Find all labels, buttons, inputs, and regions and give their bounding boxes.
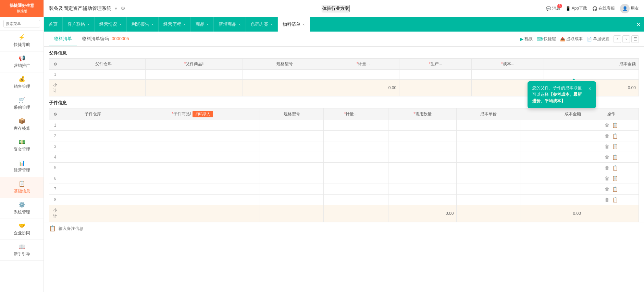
child-row-unit-cost[interactable] xyxy=(457,163,520,173)
child-row-cost-amount[interactable] xyxy=(520,141,584,152)
child-row-unit-cost[interactable] xyxy=(457,152,520,163)
child-row-qty[interactable] xyxy=(388,184,457,195)
tab-close-icon[interactable]: × xyxy=(119,22,121,26)
child-row-warehouse[interactable] xyxy=(61,141,125,152)
tab-close-icon[interactable]: × xyxy=(302,22,305,26)
sidebar-item-enterprise[interactable]: 🤝 企业协同 xyxy=(0,219,44,240)
parent-row-1-production[interactable] xyxy=(399,70,472,80)
child-row-unit-cost[interactable] xyxy=(457,131,520,141)
child-row-measure[interactable] xyxy=(324,120,378,131)
nav-tab-profit[interactable]: 利润报告 × xyxy=(127,17,159,32)
sidebar-item-marketing[interactable]: 📢 营销推广 xyxy=(0,51,44,72)
parent-row-1-cost-type[interactable] xyxy=(472,70,544,80)
child-row-spec[interactable] xyxy=(260,141,324,152)
copy-icon[interactable]: 📋 xyxy=(612,144,618,149)
child-row-measure[interactable] xyxy=(324,131,378,141)
child-row-unit-cost[interactable] xyxy=(457,141,520,152)
sidebar-item-finance[interactable]: 💵 资金管理 xyxy=(0,135,44,156)
child-row-warehouse[interactable] xyxy=(61,173,125,184)
delete-icon[interactable]: 🗑 xyxy=(605,165,609,171)
child-row-measure[interactable] xyxy=(324,184,378,195)
child-row-cost-amount[interactable] xyxy=(520,173,584,184)
copy-icon[interactable]: 📋 xyxy=(612,154,618,160)
nav-prev-button[interactable]: ‹ xyxy=(614,35,621,43)
nav-tab-history[interactable]: 经营历程 × xyxy=(159,17,190,32)
sidebar-item-guide[interactable]: 📖 新手引导 xyxy=(0,240,44,261)
nav-tab-bom[interactable]: 物料清单 × xyxy=(278,17,310,32)
user-avatar[interactable]: 👤 用友 xyxy=(620,4,639,13)
child-row-spec[interactable] xyxy=(260,163,324,173)
child-row-goods[interactable] xyxy=(125,184,260,195)
child-row-warehouse[interactable] xyxy=(61,163,125,173)
message-icon-container[interactable]: 💬 消息 6 xyxy=(546,5,560,11)
child-row-warehouse[interactable] xyxy=(61,152,125,163)
parent-row-1-cost-amount[interactable] xyxy=(554,70,639,80)
copy-icon[interactable]: 📋 xyxy=(612,165,618,171)
child-row-warehouse[interactable] xyxy=(61,131,125,141)
settings-button[interactable]: ⚙ xyxy=(121,5,125,12)
nav-tab-operation[interactable]: 经营情况 × xyxy=(95,17,126,32)
child-row-cost-amount[interactable] xyxy=(520,163,584,173)
child-row-unit-cost[interactable] xyxy=(457,184,520,195)
child-row-cost-amount[interactable] xyxy=(520,120,584,131)
child-row-qty[interactable] xyxy=(388,120,457,131)
sidebar-item-system[interactable]: ⚙️ 系统管理 xyxy=(0,198,44,219)
delete-icon[interactable]: 🗑 xyxy=(605,154,609,160)
child-row-measure[interactable] xyxy=(324,173,378,184)
note-input[interactable] xyxy=(59,226,639,231)
copy-icon[interactable]: 📋 xyxy=(612,197,618,202)
child-row-qty[interactable] xyxy=(388,195,457,205)
delete-icon[interactable]: 🗑 xyxy=(605,186,609,192)
view-action-btn[interactable]: ▶ 视频 xyxy=(520,36,533,42)
child-row-goods[interactable] xyxy=(125,163,260,173)
child-row-spec[interactable] xyxy=(260,173,324,184)
tab-close-icon[interactable]: × xyxy=(207,22,209,26)
nav-tab-new-goods[interactable]: 新增商品 × xyxy=(214,17,246,32)
sidebar-item-management[interactable]: 📊 经营管理 xyxy=(0,156,44,177)
child-row-goods[interactable] xyxy=(125,141,260,152)
child-row-qty[interactable] xyxy=(388,131,457,141)
sidebar-item-quick-nav[interactable]: ⚡ 快捷导航 xyxy=(0,31,44,51)
nav-tab-home[interactable]: 首页 xyxy=(44,17,63,32)
parent-row-1-spec[interactable] xyxy=(243,70,327,80)
tab-close-icon[interactable]: × xyxy=(238,22,240,26)
sidebar-item-sales[interactable]: 💰 销售管理 xyxy=(0,72,44,93)
child-row-goods[interactable] xyxy=(125,131,260,141)
child-row-spec[interactable] xyxy=(260,131,324,141)
parent-row-1-measure[interactable] xyxy=(327,70,399,80)
child-row-qty[interactable] xyxy=(388,152,457,163)
child-row-measure[interactable] xyxy=(324,152,378,163)
delete-icon[interactable]: 🗑 xyxy=(605,144,609,149)
child-row-spec[interactable] xyxy=(260,184,324,195)
parent-row-1-goods[interactable] xyxy=(146,70,243,80)
child-row-spec[interactable] xyxy=(260,195,324,205)
tab-close-icon[interactable]: × xyxy=(151,22,153,26)
child-row-spec[interactable] xyxy=(260,152,324,163)
child-row-warehouse[interactable] xyxy=(61,184,125,195)
parent-row-1-warehouse[interactable] xyxy=(61,70,146,80)
sidebar-item-basic-info[interactable]: 📋 基础信息 xyxy=(0,177,44,198)
child-row-goods[interactable] xyxy=(125,120,260,131)
sub-tab-bom-code[interactable]: 物料清单编码 0000005 xyxy=(77,32,134,46)
search-input[interactable] xyxy=(3,20,40,27)
copy-icon[interactable]: 📋 xyxy=(612,133,618,139)
sidebar-item-purchase[interactable]: 🛒 采购管理 xyxy=(0,93,44,114)
child-row-goods[interactable] xyxy=(125,173,260,184)
child-row-unit-cost[interactable] xyxy=(457,195,520,205)
app-download-btn[interactable]: 📱 App下载 xyxy=(566,5,587,11)
copy-icon[interactable]: 📋 xyxy=(612,176,618,181)
child-row-cost-amount[interactable] xyxy=(520,152,584,163)
close-all-tabs-button[interactable]: ✕ xyxy=(633,21,644,28)
delete-icon[interactable]: 🗑 xyxy=(605,176,609,181)
nav-tab-customer[interactable]: 客户联络 × xyxy=(63,17,95,32)
child-row-warehouse[interactable] xyxy=(61,195,125,205)
shortcut-action-btn[interactable]: ⌨ 快捷键 xyxy=(537,36,556,42)
copy-icon[interactable]: 📋 xyxy=(612,186,618,192)
online-service-btn[interactable]: 🎧 在线客服 xyxy=(592,5,615,11)
trial-button[interactable]: 体验行业方案 xyxy=(322,5,350,12)
child-row-qty[interactable] xyxy=(388,173,457,184)
child-row-qty[interactable] xyxy=(388,141,457,152)
child-row-qty[interactable] xyxy=(388,163,457,173)
nav-next-button[interactable]: › xyxy=(622,35,630,43)
delete-icon[interactable]: 🗑 xyxy=(605,133,609,139)
